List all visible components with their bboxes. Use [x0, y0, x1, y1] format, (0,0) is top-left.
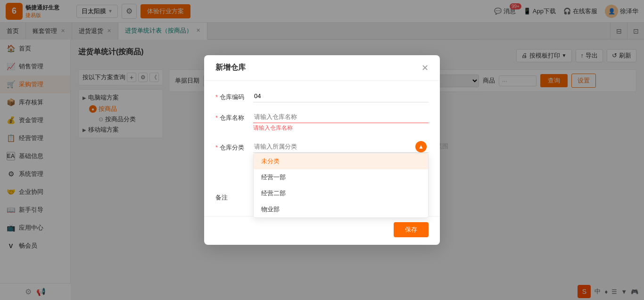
warehouse-code-input[interactable]: [253, 90, 429, 102]
code-label: 仓库编码: [215, 90, 253, 101]
category-dropdown: 未分类 经营一部 经营二部 物业部: [253, 153, 429, 218]
name-label: 仓库名称: [215, 111, 253, 122]
dropdown-item-dept1[interactable]: 经营一部: [254, 169, 428, 185]
save-button[interactable]: 保存: [394, 222, 429, 237]
category-field: ▲ 未分类 经营一部 经营二部 物业部: [253, 141, 429, 153]
code-field: [253, 90, 429, 102]
warehouse-name-input[interactable]: [253, 111, 429, 123]
dropdown-item-uncategorized[interactable]: 未分类: [254, 153, 428, 169]
form-row-category: 仓库分类 ▲ 未分类 经营一部 经营二部 物业部: [215, 141, 429, 153]
dropdown-item-dept2[interactable]: 经营二部: [254, 185, 428, 201]
name-field: 请输入仓库名称: [253, 111, 429, 132]
category-input[interactable]: [253, 141, 429, 153]
form-row-code: 仓库编码: [215, 90, 429, 102]
dropdown-item-property[interactable]: 物业部: [254, 201, 428, 217]
category-label: 仓库分类: [215, 141, 253, 152]
form-row-name: 仓库名称 请输入仓库名称: [215, 111, 429, 132]
modal-header: 新增仓库 ✕: [204, 55, 440, 81]
note-label: 备注: [215, 191, 253, 202]
name-error-msg: 请输入仓库名称: [253, 124, 429, 132]
category-dropdown-arrow[interactable]: ▲: [415, 141, 427, 152]
modal-overlay: 新增仓库 ✕ 仓库编码 仓库名称 请输入仓库名称 仓库分类: [0, 0, 644, 300]
modal-body: 仓库编码 仓库名称 请输入仓库名称 仓库分类 ▲: [204, 81, 440, 216]
new-warehouse-modal: 新增仓库 ✕ 仓库编码 仓库名称 请输入仓库名称 仓库分类: [204, 55, 440, 245]
modal-close-button[interactable]: ✕: [421, 64, 429, 72]
modal-footer: 保存: [204, 216, 440, 245]
modal-title: 新增仓库: [215, 63, 246, 73]
